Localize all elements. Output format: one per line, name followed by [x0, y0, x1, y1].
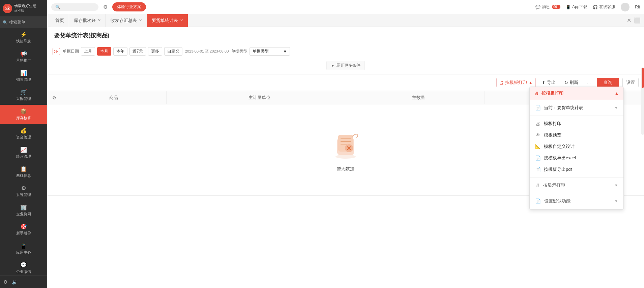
sidebar-item-label: 系统管理	[16, 192, 31, 197]
tabbar-right: ✕ ⬜	[627, 17, 641, 24]
tab-inventory-batch[interactable]: 库存批次账 ✕	[69, 14, 106, 27]
order-type-chevron-icon: ▼	[283, 49, 287, 54]
more-button[interactable]: ···	[584, 79, 593, 87]
tab-receivable-summary-label: 收发存汇总表	[111, 18, 137, 24]
tab-home[interactable]: 首页	[51, 14, 69, 27]
tab-home-label: 首页	[55, 18, 64, 24]
sidebar-item-enterprise[interactable]: 🏢 企业协同	[0, 201, 47, 220]
dropdown-template-design[interactable]: 📐 模板自定义设计	[530, 141, 623, 152]
dropdown-export-pdf[interactable]: 📄 按模板导出pdf	[530, 164, 623, 175]
date-filter-last-month[interactable]: 上月	[81, 47, 95, 56]
trial-button[interactable]: 体验行业方案	[112, 2, 146, 11]
export-pdf-label: 按模板导出pdf	[544, 166, 572, 172]
template-print-label: 模板打印	[544, 121, 561, 127]
sidebar-item-system[interactable]: ⚙ 系统管理	[0, 182, 47, 201]
print-label: 按模板打印	[505, 79, 527, 86]
settings-button[interactable]: 设置	[622, 78, 639, 87]
sidebar-item-wechat[interactable]: 💬 企业微信	[0, 258, 47, 276]
dropdown-current-item[interactable]: 📄 当前：要货单统计表 ▼	[530, 102, 623, 114]
date-range-display: 2023-06-01 至 2023-06-30	[185, 49, 229, 54]
sidebar-item-label: 企业协同	[16, 212, 31, 217]
message-badge: 99+	[552, 5, 560, 9]
enterprise-icon: 🏢	[20, 204, 27, 211]
refresh-icon: ↻	[564, 80, 568, 85]
sidebar-item-operations[interactable]: 📈 经营管理	[0, 143, 47, 162]
order-type-placeholder: 单据类型	[253, 49, 269, 54]
topbar: 🔍 ⚙ 体验行业方案 💬 消息 99+ 📱 App下载 🎧 在线客服 Rit	[47, 0, 644, 14]
query-button[interactable]: 查询	[597, 78, 619, 87]
dropdown-header[interactable]: 🖨 按模板打印 ▲	[530, 87, 623, 100]
system-icon: ⚙	[21, 185, 26, 191]
date-filter-custom[interactable]: 自定义	[164, 47, 182, 56]
online-service-button[interactable]: 🎧 在线客服	[593, 4, 615, 10]
table-settings-icon[interactable]: ⚙	[52, 95, 56, 100]
print-icon: 🖨	[499, 80, 504, 85]
dropdown-current-icon: 📄	[535, 105, 540, 110]
tab-receivable-summary-close[interactable]: ✕	[139, 18, 142, 23]
sidebar-item-marketing[interactable]: 📢 营销推广	[0, 47, 47, 66]
topbar-gear-icon[interactable]: ⚙	[103, 4, 108, 10]
sidebar-search[interactable]: 🔍 搜索菜单	[0, 17, 47, 28]
topbar-right: 💬 消息 99+ 📱 App下载 🎧 在线客服 Rit	[535, 3, 640, 11]
guide-icon: 🎯	[20, 223, 27, 230]
right-scrollbar[interactable]	[641, 67, 644, 135]
tab-receivable-summary[interactable]: 收发存汇总表 ✕	[106, 14, 147, 27]
sidebar-item-shortcut[interactable]: ⚡ 快捷导航	[0, 28, 47, 47]
dropdown-display-print[interactable]: 🖨 按显示打印 ▼	[530, 180, 623, 191]
username-label: Rit	[635, 5, 640, 9]
sidebar-item-finance[interactable]: 💰 资金管理	[0, 124, 47, 143]
user-avatar[interactable]	[621, 3, 630, 11]
sidebar-item-appstore[interactable]: 📱 应用中心	[0, 239, 47, 258]
date-filter-this-year[interactable]: 本年	[113, 47, 127, 56]
export-button[interactable]: ⬆ 导出	[539, 78, 558, 87]
refresh-button[interactable]: ↻ 刷新	[562, 78, 581, 87]
sidebar-item-purchase[interactable]: 🛒 采购管理	[0, 86, 47, 105]
search-icon: 🔍	[3, 20, 8, 25]
tab-maximize-icon[interactable]: ⬜	[634, 17, 641, 24]
tab-order-stats-close[interactable]: ✕	[180, 18, 183, 23]
app-download-button[interactable]: 📱 App下载	[566, 4, 587, 10]
sidebar-item-label: 新手引导	[16, 231, 31, 236]
sidebar-item-basic[interactable]: 📋 基础信息	[0, 162, 47, 182]
tab-close-all-icon[interactable]: ✕	[627, 17, 631, 24]
table-settings-header[interactable]: ⚙	[48, 91, 61, 104]
date-filter-more[interactable]: 更多	[148, 47, 162, 56]
dropdown-default-func[interactable]: 📄 设置默认功能 ▼	[530, 195, 623, 207]
date-filter-7days[interactable]: 近7天	[129, 47, 146, 56]
date-filter-this-month[interactable]: 本月	[97, 47, 111, 56]
sidebar: 业 畅康通好生意 标准版 🔍 搜索菜单 ⚡ 快捷导航 📢 营销推广 📊 销售管理…	[0, 0, 47, 288]
message-button[interactable]: 💬 消息 99+	[535, 4, 560, 10]
sidebar-item-label: 企业微信	[16, 269, 31, 274]
tab-order-stats[interactable]: 要货单统计表 ✕	[147, 14, 188, 27]
finance-icon: 💰	[20, 127, 27, 134]
dropdown-header-left: 🖨 按模板打印	[534, 90, 563, 96]
topbar-search-box[interactable]: 🔍	[51, 3, 98, 11]
tab-inventory-batch-close[interactable]: ✕	[98, 18, 101, 23]
template-design-label: 模板自定义设计	[544, 143, 575, 150]
sidebar-item-inventory[interactable]: 📦 库存核算	[0, 105, 47, 124]
order-type-select[interactable]: 单据类型 ▼	[250, 47, 290, 56]
sidebar-item-sales[interactable]: 📊 销售管理	[0, 66, 47, 86]
sidebar-item-guide[interactable]: 🎯 新手引导	[0, 220, 47, 239]
sidebar-item-label: 经营管理	[16, 154, 31, 159]
tab-inventory-batch-label: 库存批次账	[74, 18, 96, 24]
filter-expand-toggle[interactable]: ≫	[53, 48, 60, 55]
dropdown-template-preview[interactable]: 👁 模板预览	[530, 129, 623, 141]
tabbar: 首页 库存批次账 ✕ 收发存汇总表 ✕ 要货单统计表 ✕ ✕ ⬜	[47, 14, 644, 27]
app-edition: 标准版	[14, 8, 36, 13]
template-preview-icon: 👁	[535, 132, 540, 138]
message-label: 消息	[542, 4, 550, 10]
default-func-icon: 📄	[535, 198, 541, 204]
expand-more-btn[interactable]: ▼ 展开更多条件	[326, 61, 365, 70]
appstore-icon: 📱	[20, 243, 27, 249]
sidebar-logo: 业 畅康通好生意 标准版	[0, 0, 47, 17]
print-template-button[interactable]: 🖨 按模板打印 ▲	[496, 78, 536, 87]
page-title: 要货单统计表(按商品)	[47, 27, 644, 43]
table-col-unit: 主计量单位	[166, 91, 352, 104]
audio-icon[interactable]: 🔉	[12, 279, 18, 285]
dropdown-template-print[interactable]: 🖨 模板打印	[530, 118, 623, 129]
export-label: 导出	[547, 79, 556, 86]
settings-bottom-icon[interactable]: ⚙	[3, 279, 8, 285]
operations-icon: 📈	[20, 147, 27, 153]
dropdown-export-excel[interactable]: 📄 按模板导出excel	[530, 152, 623, 164]
